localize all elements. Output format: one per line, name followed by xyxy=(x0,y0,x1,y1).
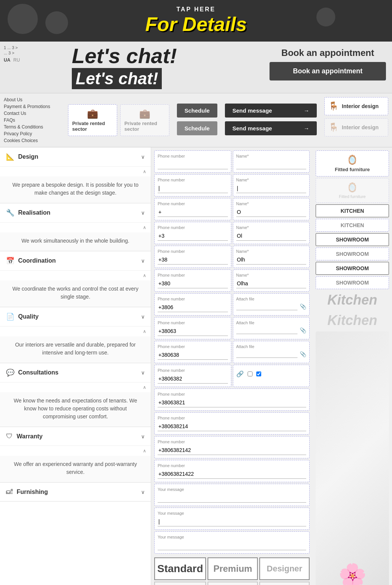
flower-decoration: 🌸 xyxy=(338,564,367,585)
phone-input-14[interactable] xyxy=(158,469,306,479)
standard-tier-button-2[interactable]: Standard xyxy=(154,582,206,585)
accordion-coordination-header[interactable]: 📅 Coordination ∨ xyxy=(0,251,151,270)
kitchen-tag-1[interactable]: KITCHEN xyxy=(316,204,389,217)
message-input-2[interactable] xyxy=(158,517,306,526)
language-switcher[interactable]: UA RU xyxy=(4,57,64,63)
accordion-realisation-header[interactable]: 🔧 Realisation ∨ xyxy=(0,203,151,222)
accordion-consultations-header[interactable]: 💬 Consultations ∨ xyxy=(0,363,151,382)
phone-label-3: Phone number xyxy=(158,201,228,206)
showroom-tag-4[interactable]: SHOWROOM xyxy=(316,276,389,289)
schedule-button-2[interactable]: Schedule xyxy=(177,121,217,135)
premium-tier-button[interactable]: Premium xyxy=(208,557,258,580)
send-message-button-2[interactable]: Send message → xyxy=(225,121,317,135)
name-input-6[interactable] xyxy=(236,279,307,288)
phone-input-13[interactable] xyxy=(158,446,306,455)
nav-link-about[interactable]: About Us xyxy=(4,97,60,102)
interior-card-2[interactable]: 🪑 Interior design xyxy=(324,118,388,136)
private-rented-card-2[interactable]: 💼 Private rented sector xyxy=(120,104,169,136)
phone-input-9[interactable] xyxy=(158,350,228,360)
showroom-tag-1[interactable]: SHOWROOM xyxy=(316,233,389,246)
accordion-warranty-header[interactable]: 🛡 Warranty ∨ xyxy=(0,427,151,446)
coordination-chevron-down: ∨ xyxy=(141,258,145,264)
consultations-chevron-down: ∨ xyxy=(141,370,145,376)
phone-input-6[interactable] xyxy=(158,279,228,288)
message-input-3[interactable] xyxy=(158,541,306,550)
quality-content: Our interiors are versatile and durable,… xyxy=(0,336,151,363)
nav-link-terms[interactable]: Terms & Conditions xyxy=(4,124,60,130)
realisation-expand[interactable]: ∧ xyxy=(0,223,151,232)
phone-label-10: Phone number xyxy=(158,368,228,373)
designer-tier-button[interactable]: Designer xyxy=(259,557,310,580)
name-input-2[interactable] xyxy=(236,184,307,193)
fitted-furniture-card-1[interactable]: 🪞 Fitted furniture xyxy=(316,150,389,176)
name-label-3: Name* xyxy=(236,201,307,206)
phone-input-5[interactable] xyxy=(158,255,228,265)
send-message-button-1[interactable]: Send message → xyxy=(225,104,317,118)
phone-input-12[interactable] xyxy=(158,422,306,431)
nav-link-payment[interactable]: Payment & Promotions xyxy=(4,104,60,109)
consultations-expand[interactable]: ∧ xyxy=(0,382,151,392)
premium-tier-button-2[interactable]: Premium xyxy=(208,582,258,585)
message-input-1[interactable] xyxy=(158,493,306,503)
lang-ru[interactable]: RU xyxy=(13,57,20,63)
accordion-quality-header[interactable]: 📄 Quality ∨ xyxy=(0,307,151,326)
designer-tier-button-2[interactable]: Designer xyxy=(259,582,310,585)
paperclip-icon-2[interactable]: 📎 xyxy=(300,327,306,333)
showroom-tag-2[interactable]: SHOWROOM xyxy=(316,248,389,260)
form-row-13: Phone number xyxy=(154,436,310,458)
name-label-2: Name* xyxy=(236,178,307,182)
kitchen-tag-2[interactable]: KITCHEN xyxy=(316,219,389,232)
name-input-5[interactable] xyxy=(236,255,307,265)
phone-input-1[interactable] xyxy=(158,160,228,169)
coordination-expand[interactable]: ∧ xyxy=(0,271,151,280)
kitchen-big-2[interactable]: Kitchen xyxy=(316,311,389,330)
form-row-8: Phone number Attach file 📎 xyxy=(154,317,310,339)
name-input-3[interactable] xyxy=(236,207,307,217)
phone-input-4[interactable] xyxy=(158,231,228,241)
quality-expand[interactable]: ∧ xyxy=(0,327,151,336)
name-input-1[interactable] xyxy=(236,160,307,169)
page-wrapper: TAP HERE For Details 1 ... 3 > ... 3 > U… xyxy=(0,0,392,585)
accordion-furnishing-header[interactable]: 🛋 Furnishing ∨ xyxy=(0,483,151,501)
phone-input-8[interactable] xyxy=(158,327,228,336)
fitted-furniture-card-2[interactable]: 🪞 Fitted furniture xyxy=(316,178,389,203)
phone-input-11[interactable] xyxy=(158,398,306,407)
lets-chat-white: Let's chat! xyxy=(72,45,260,67)
checkbox-2[interactable] xyxy=(256,371,261,376)
quality-chevron-down: ∨ xyxy=(141,314,145,320)
name-input-4[interactable] xyxy=(236,231,307,241)
nav-link-cookies[interactable]: Cookies Choices xyxy=(4,138,60,143)
book-appt-button[interactable]: Book an appointment xyxy=(270,62,386,80)
top-banner[interactable]: TAP HERE For Details xyxy=(0,0,392,42)
standard-tier-button[interactable]: Standard xyxy=(154,557,206,580)
fitted-icon-2: 🪞 xyxy=(320,182,385,193)
phone-label-8: Phone number xyxy=(158,320,228,325)
warranty-expand[interactable]: ∧ xyxy=(0,446,151,456)
phone-input-2[interactable] xyxy=(158,184,228,193)
name-label-1: Name* xyxy=(236,154,307,158)
lang-ua[interactable]: UA xyxy=(4,57,10,63)
phone-input-10[interactable] xyxy=(158,374,228,384)
private-rented-card-1[interactable]: 💼 Private rented sector xyxy=(68,104,117,136)
checkbox-1[interactable] xyxy=(248,371,253,376)
showroom-tag-3[interactable]: SHOWROOM xyxy=(316,262,389,275)
form-row-4: Phone number Name* xyxy=(154,222,310,244)
checkbox-area: 🔗 xyxy=(233,365,310,387)
nav-link-contact[interactable]: Contact Us xyxy=(4,111,60,116)
phone-input-3[interactable] xyxy=(158,207,228,217)
paperclip-icon-3[interactable]: 📎 xyxy=(300,351,306,357)
paperclip-icon-1[interactable]: 📎 xyxy=(300,303,306,310)
phone-input-7[interactable] xyxy=(158,303,228,312)
briefcase-icon: 💼 xyxy=(87,108,98,119)
interior-card-1[interactable]: 🪑 Interior design xyxy=(324,97,388,115)
schedule-button-1[interactable]: Schedule xyxy=(177,104,217,118)
design-expand[interactable]: ∧ xyxy=(0,167,151,176)
phone-group-13: Phone number xyxy=(154,436,310,458)
nav-link-faq[interactable]: FAQs xyxy=(4,118,60,123)
accordion-design-header[interactable]: 📐 Design ∨ xyxy=(0,147,151,166)
kitchen-big-1[interactable]: Kitchen xyxy=(316,291,389,310)
nav-link-privacy[interactable]: Privacy Policy xyxy=(4,131,60,136)
phone-group-11: Phone number xyxy=(154,388,310,411)
name-group-1: Name* xyxy=(233,150,310,173)
name-group-4: Name* xyxy=(233,222,310,244)
